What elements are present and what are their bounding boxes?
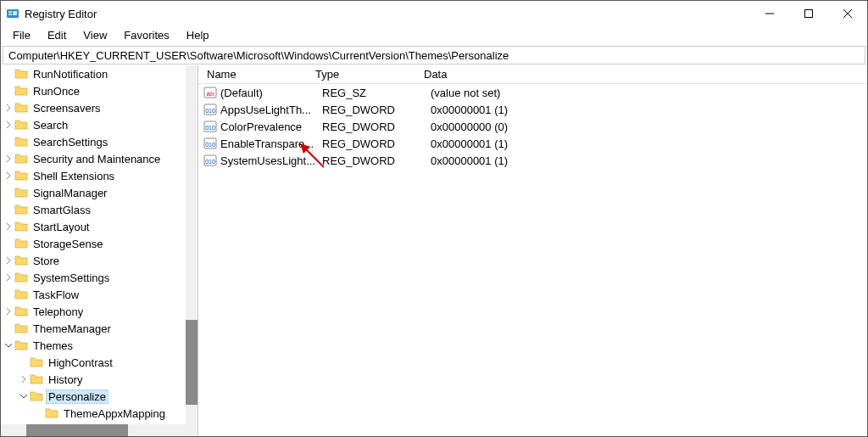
folder-icon xyxy=(14,67,28,81)
reg-dword-icon: 010 xyxy=(203,103,217,116)
value-name: ColorPrevalence xyxy=(220,120,322,133)
chevron-right-icon[interactable] xyxy=(3,222,14,231)
tree-item[interactable]: StartLayout xyxy=(1,218,198,235)
value-type: REG_DWORD xyxy=(322,137,431,150)
reg-sz-icon: ab xyxy=(203,86,217,99)
values-header: Name Type Data xyxy=(198,65,867,84)
value-type: REG_DWORD xyxy=(322,104,431,116)
chevron-right-icon[interactable] xyxy=(18,375,30,384)
tree-item-label: Security and Maintenance xyxy=(31,153,162,165)
tree-item[interactable]: Security and Maintenance xyxy=(1,150,198,167)
tree-item[interactable]: RunNotification xyxy=(1,65,198,82)
tree-item[interactable]: Search xyxy=(1,116,198,133)
tree-item[interactable]: Store xyxy=(1,252,198,269)
tree-vertical-scrollbar[interactable] xyxy=(186,65,198,424)
column-header-data[interactable]: Data xyxy=(417,68,867,81)
tree-vertical-scrollbar-thumb[interactable] xyxy=(186,320,198,405)
menu-favorites[interactable]: Favorites xyxy=(115,27,177,43)
folder-icon xyxy=(14,305,28,318)
tree-item-label: SmartGlass xyxy=(31,204,92,216)
menu-help[interactable]: Help xyxy=(178,27,218,43)
chevron-down-icon[interactable] xyxy=(3,341,14,350)
chevron-right-icon[interactable] xyxy=(3,256,14,265)
app-regedit-icon xyxy=(6,7,19,20)
tree-item-label: SignalManager xyxy=(31,187,108,199)
folder-icon xyxy=(14,254,28,267)
titlebar[interactable]: Registry Editor xyxy=(1,1,867,26)
svg-text:010: 010 xyxy=(205,108,215,114)
address-bar[interactable]: Computer\HKEY_CURRENT_USER\Software\Micr… xyxy=(3,46,865,64)
svg-rect-2 xyxy=(8,14,12,15)
tree-item-label: Personalize xyxy=(47,390,108,403)
tree-item-label: ThemeAppxMapping xyxy=(62,407,167,420)
tree-item[interactable]: Screensavers xyxy=(1,99,198,116)
tree-item-label: StartLayout xyxy=(31,221,92,233)
value-row[interactable]: 010AppsUseLightTh...REG_DWORD0x00000001 … xyxy=(198,101,867,118)
value-row[interactable]: 010EnableTranspare...REG_DWORD0x00000001… xyxy=(198,135,867,152)
folder-icon xyxy=(14,288,28,301)
svg-text:010: 010 xyxy=(205,159,215,165)
value-row[interactable]: 010SystemUsesLight...REG_DWORD0x00000001… xyxy=(198,152,867,169)
tree-horizontal-scrollbar[interactable] xyxy=(1,424,198,436)
maximize-button[interactable] xyxy=(789,1,828,26)
tree-item-label: RunNotification xyxy=(31,68,109,81)
chevron-right-icon[interactable] xyxy=(3,307,14,316)
tree-horizontal-scrollbar-thumb[interactable] xyxy=(26,424,128,436)
chevron-right-icon[interactable] xyxy=(3,171,14,180)
tree-item[interactable]: RunOnce xyxy=(1,82,198,99)
tree-item-label: Telephony xyxy=(31,305,85,318)
svg-text:010: 010 xyxy=(205,125,215,131)
column-header-type[interactable]: Type xyxy=(309,68,417,81)
tree-item[interactable]: Shell Extensions xyxy=(1,167,198,184)
folder-icon xyxy=(14,135,28,148)
svg-rect-1 xyxy=(8,11,12,13)
folder-icon xyxy=(14,169,28,182)
tree-item[interactable]: ThemeManager xyxy=(1,320,198,337)
value-type: REG_DWORD xyxy=(322,154,431,167)
tree-item[interactable]: StorageSense xyxy=(1,235,198,252)
tree-item[interactable]: SearchSettings xyxy=(1,133,198,150)
tree-item[interactable]: TaskFlow xyxy=(1,286,198,303)
column-header-name[interactable]: Name xyxy=(198,68,309,81)
chevron-right-icon[interactable] xyxy=(3,273,14,282)
chevron-down-icon[interactable] xyxy=(18,392,30,401)
tree-item[interactable]: SignalManager xyxy=(1,184,198,201)
menu-edit[interactable]: Edit xyxy=(39,27,75,43)
tree-item[interactable]: HighContrast xyxy=(1,354,198,371)
values-pane[interactable]: Name Type Data ab(Default)REG_SZ(value n… xyxy=(198,65,867,436)
tree-item[interactable]: Telephony xyxy=(1,303,198,320)
tree-item[interactable]: Personalize xyxy=(1,388,198,405)
folder-icon xyxy=(14,84,28,98)
folder-icon xyxy=(14,186,28,199)
value-name: EnableTranspare... xyxy=(220,137,322,150)
address-path: Computer\HKEY_CURRENT_USER\Software\Micr… xyxy=(8,49,509,62)
value-type: REG_DWORD xyxy=(322,120,431,133)
minimize-button[interactable] xyxy=(750,1,789,26)
value-name: SystemUsesLight... xyxy=(220,154,322,167)
tree-item-label: ThemeManager xyxy=(31,322,113,335)
chevron-right-icon[interactable] xyxy=(3,154,14,163)
tree-item[interactable]: SystemSettings xyxy=(1,269,198,286)
value-name: AppsUseLightTh... xyxy=(220,104,322,116)
tree-pane[interactable]: RunNotificationRunOnceScreensaversSearch… xyxy=(1,65,198,436)
value-row[interactable]: ab(Default)REG_SZ(value not set) xyxy=(198,84,867,101)
folder-icon xyxy=(30,373,43,386)
chevron-right-icon[interactable] xyxy=(3,104,14,112)
svg-rect-3 xyxy=(13,11,17,15)
tree-item-label: Themes xyxy=(31,339,75,352)
folder-icon xyxy=(14,118,28,132)
reg-dword-icon: 010 xyxy=(203,137,217,150)
folder-icon xyxy=(14,322,28,335)
menu-view[interactable]: View xyxy=(75,27,115,43)
value-row[interactable]: 010ColorPrevalenceREG_DWORD0x00000000 (0… xyxy=(198,118,867,135)
menu-file[interactable]: File xyxy=(4,27,39,43)
tree-item-label: Store xyxy=(31,255,61,267)
content-area: RunNotificationRunOnceScreensaversSearch… xyxy=(1,65,867,436)
tree-item[interactable]: Themes xyxy=(1,337,198,354)
chevron-right-icon[interactable] xyxy=(3,120,14,129)
tree-item[interactable]: History xyxy=(1,371,198,388)
folder-icon xyxy=(14,152,28,165)
close-button[interactable] xyxy=(828,1,867,26)
tree-item[interactable]: SmartGlass xyxy=(1,201,198,218)
tree-item[interactable]: ThemeAppxMapping xyxy=(1,405,198,422)
